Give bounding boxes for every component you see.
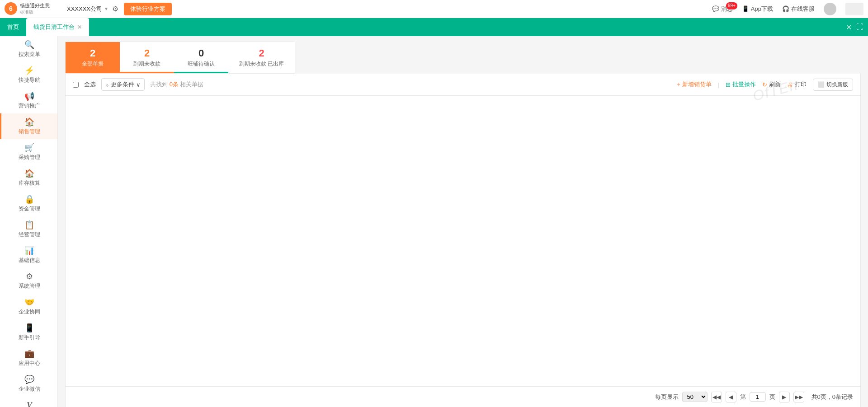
sidebar-item-finance[interactable]: 🔒 资金管理 bbox=[0, 191, 57, 216]
app-center-icon: 💼 bbox=[24, 350, 34, 358]
company-name: XXXXXX公司 bbox=[67, 5, 102, 13]
sidebar-item-search[interactable]: 🔍 搜索菜单 bbox=[0, 36, 57, 62]
filter-label: 更多条件 bbox=[111, 80, 134, 89]
basic-icon: 📊 bbox=[24, 247, 34, 255]
online-service-btn[interactable]: 🎧 在线客服 bbox=[782, 5, 815, 13]
sidebar-search-label: 搜索菜单 bbox=[19, 51, 40, 58]
message-btn[interactable]: 💬 消息 99+ bbox=[712, 5, 733, 13]
stat-overdue-label: 到期未收款 bbox=[131, 60, 163, 68]
total-records: 共0页，0条记录 bbox=[811, 393, 853, 401]
sidebar-app-center-label: 应用中心 bbox=[19, 360, 40, 367]
per-page-select[interactable]: 50 100 200 bbox=[682, 392, 708, 402]
tab-maximize-icon[interactable]: ⛶ bbox=[856, 23, 863, 31]
guide-icon: 📱 bbox=[24, 324, 34, 332]
page-input[interactable] bbox=[750, 392, 766, 402]
user-info[interactable] bbox=[845, 3, 863, 15]
settings-icon[interactable]: ⚙ bbox=[112, 5, 118, 13]
next-page-button[interactable]: ▶ bbox=[779, 392, 790, 402]
last-page-button[interactable]: ▶▶ bbox=[793, 392, 804, 402]
sidebar-item-member[interactable]: V 畅会员 bbox=[0, 397, 57, 407]
filter-button[interactable]: ⬦ 更多条件 ∨ bbox=[101, 78, 145, 91]
stat-tab-overdue-shipped[interactable]: 2 到期未收款 已出库 bbox=[228, 42, 295, 73]
app-download-label: App下载 bbox=[751, 5, 773, 13]
sidebar-item-app-center[interactable]: 💼 应用中心 bbox=[0, 345, 57, 371]
sidebar-item-enterprise[interactable]: 🤝 企业协同 bbox=[0, 294, 57, 319]
operation-icon: 📋 bbox=[24, 221, 34, 229]
tab-work[interactable]: 钱货日清工作台 ✕ bbox=[26, 18, 89, 36]
sidebar-guide-label: 新手引导 bbox=[19, 334, 40, 342]
toolbar-right: + 新增销货单 | ⊞ 批量操作 ↻ 刷新 🖨 打印 ⬜ 切换新版 bbox=[677, 79, 853, 91]
system-icon: ⚙ bbox=[26, 272, 33, 281]
batch-op-button[interactable]: ⊞ 批量操作 bbox=[726, 80, 756, 89]
sidebar-system-label: 系统管理 bbox=[19, 282, 40, 290]
sidebar-enterprise-label: 企业协同 bbox=[19, 308, 40, 316]
stat-all-num: 2 bbox=[76, 47, 109, 59]
tab-minimize-icon[interactable]: ✕ bbox=[846, 23, 852, 32]
app-logo-icon: 6 bbox=[5, 2, 17, 15]
message-badge: 99+ bbox=[726, 2, 737, 9]
tab-close-icon[interactable]: ✕ bbox=[77, 24, 82, 30]
page-suffix: 页 bbox=[769, 393, 775, 401]
page-label: 第 bbox=[740, 393, 746, 401]
sidebar-item-basic[interactable]: 📊 基础信息 bbox=[0, 242, 57, 268]
stat-overdue-shipped-label: 到期未收款 已出库 bbox=[239, 60, 284, 68]
tab-bar: 首页 钱货日清工作台 ✕ ✕ ⛶ bbox=[0, 18, 868, 36]
new-sale-button[interactable]: + 新增销货单 bbox=[677, 80, 711, 89]
sidebar-item-weixin[interactable]: 💬 企业微信 bbox=[0, 371, 57, 397]
select-all-label: 全选 bbox=[84, 80, 96, 89]
sidebar-item-inventory[interactable]: 🏠 库存核算 bbox=[0, 165, 57, 191]
select-all-checkbox[interactable] bbox=[73, 82, 79, 88]
pagination: 每页显示 50 100 200 ◀◀ ◀ 第 页 ▶ ▶▶ 共0页，0条记录 bbox=[65, 386, 861, 407]
print-button[interactable]: 🖨 打印 bbox=[787, 80, 807, 89]
stat-tab-overdue[interactable]: 2 到期未收款 bbox=[120, 42, 174, 73]
stat-overdue-underline bbox=[120, 72, 174, 73]
app-download-btn[interactable]: 📱 App下载 bbox=[742, 5, 773, 13]
quick-nav-icon: ⚡ bbox=[24, 66, 34, 75]
print-icon: 🖨 bbox=[787, 81, 793, 88]
sidebar-item-guide[interactable]: 📱 新手引导 bbox=[0, 319, 57, 345]
sidebar-item-marketing[interactable]: 📢 营销推广 bbox=[0, 88, 57, 113]
switch-new-button[interactable]: ⬜ 切换新版 bbox=[813, 79, 853, 91]
sidebar-basic-label: 基础信息 bbox=[19, 257, 40, 264]
table-area bbox=[65, 96, 861, 386]
tab-bar-actions: ✕ ⛶ bbox=[846, 23, 868, 32]
enterprise-icon: 🤝 bbox=[24, 298, 34, 306]
avatar[interactable] bbox=[824, 3, 836, 15]
sidebar-item-system[interactable]: ⚙ 系统管理 bbox=[0, 268, 57, 294]
sidebar-item-operation[interactable]: 📋 经营管理 bbox=[0, 216, 57, 242]
content-area: 2 全部单据 2 到期未收款 0 旺辅待确认 2 到期未收款 已出库 bbox=[58, 36, 868, 407]
filter-icon: ⬦ bbox=[105, 81, 109, 88]
download-icon: 📱 bbox=[742, 5, 749, 12]
first-page-button[interactable]: ◀◀ bbox=[711, 392, 722, 402]
tab-home[interactable]: 首页 bbox=[0, 18, 26, 36]
purchase-icon: 🛒 bbox=[24, 144, 34, 152]
online-service-label: 在线客服 bbox=[791, 5, 815, 13]
prev-page-button[interactable]: ◀ bbox=[726, 392, 736, 402]
top-header: 6 畅捷通好生意 标准版 XXXXXX公司 ▼ ⚙ 体验行业方案 💬 消息 99… bbox=[0, 0, 868, 18]
switch-icon: ⬜ bbox=[818, 81, 825, 88]
search-icon: 🔍 bbox=[24, 41, 34, 49]
sidebar-item-purchase[interactable]: 🛒 采购管理 bbox=[0, 139, 57, 165]
sidebar-finance-label: 资金管理 bbox=[19, 205, 40, 213]
app-version: 标准版 bbox=[20, 9, 50, 15]
sidebar-weixin-label: 企业微信 bbox=[19, 385, 40, 393]
filter-chevron-icon: ∨ bbox=[136, 81, 141, 88]
sidebar-quick-nav-label: 快捷导航 bbox=[19, 76, 40, 84]
refresh-button[interactable]: ↻ 刷新 bbox=[762, 80, 781, 89]
finance-icon: 🔒 bbox=[24, 195, 34, 203]
refresh-icon: ↻ bbox=[762, 81, 767, 88]
sidebar-item-sales[interactable]: 🏠 销售管理 bbox=[0, 113, 57, 139]
found-count: 0条 bbox=[170, 81, 179, 88]
batch-icon: ⊞ bbox=[726, 81, 731, 88]
stat-tab-all[interactable]: 2 全部单据 bbox=[66, 42, 120, 73]
service-icon: 🎧 bbox=[782, 5, 789, 12]
sidebar-item-quick-nav[interactable]: ⚡ 快捷导航 bbox=[0, 62, 57, 88]
company-selector[interactable]: XXXXXX公司 ▼ bbox=[67, 5, 108, 13]
stat-tab-pending[interactable]: 0 旺辅待确认 bbox=[174, 42, 228, 73]
stat-pending-label: 旺辅待确认 bbox=[185, 60, 217, 68]
trial-button[interactable]: 体验行业方案 bbox=[124, 3, 172, 15]
stat-overdue-num: 2 bbox=[131, 47, 163, 59]
sales-icon: 🏠 bbox=[24, 118, 34, 126]
weixin-icon: 💬 bbox=[24, 375, 34, 384]
marketing-icon: 📢 bbox=[24, 92, 34, 100]
